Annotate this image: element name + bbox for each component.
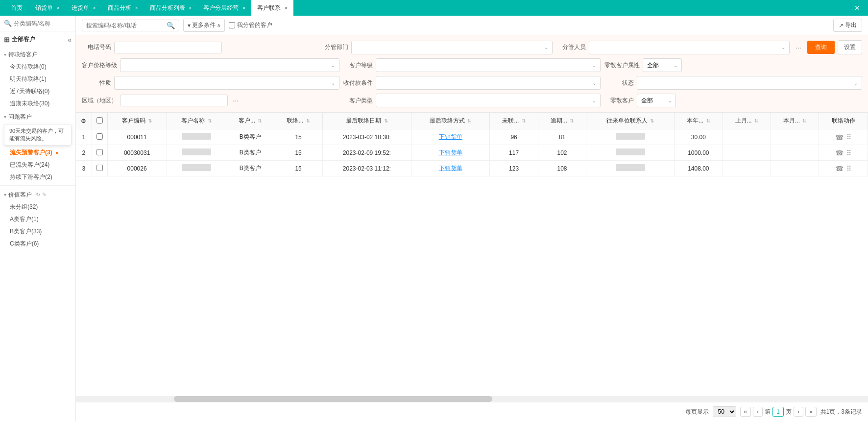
sidebar-item-today[interactable]: 今天待联络(0) bbox=[0, 61, 75, 73]
nav-tab-analysislist[interactable]: 商品分析列表 × bbox=[144, 0, 198, 16]
close-tab-customerlayer-icon[interactable]: × bbox=[242, 5, 245, 11]
filter-retail-select[interactable]: 全部 ⌄ bbox=[637, 94, 676, 107]
page-first-btn[interactable]: « bbox=[740, 407, 751, 417]
nav-tab-purchaseorder[interactable]: 进货单 × bbox=[66, 0, 102, 16]
nav-home[interactable]: 首页 bbox=[4, 4, 29, 12]
sidebar-item-7days[interactable]: 近7天待联络(0) bbox=[0, 85, 75, 98]
close-tab-purchaseorder-icon[interactable]: × bbox=[93, 5, 96, 11]
filter-zero-attr-select[interactable]: 全部 ⌄ bbox=[643, 58, 682, 72]
close-tab-analysis-icon[interactable]: × bbox=[135, 5, 138, 11]
nav-tab-analysis[interactable]: 商品分析 × bbox=[102, 0, 144, 16]
th-not-contact[interactable]: 未联... ⇅ bbox=[490, 113, 538, 129]
th-this-month[interactable]: 本月... ⇅ bbox=[771, 113, 819, 129]
more-action-icon-2[interactable]: ⠿ bbox=[846, 149, 851, 157]
th-last-month[interactable]: 上月... ⇅ bbox=[723, 113, 771, 129]
search-btn-icon[interactable]: 🔍 bbox=[167, 22, 175, 29]
setting-btn[interactable]: 设置 bbox=[838, 40, 862, 54]
contact-icon-2[interactable]: ☎ bbox=[835, 149, 844, 157]
toolbar-search-input[interactable] bbox=[86, 22, 165, 29]
link-last-method-2[interactable]: 下销货单 bbox=[439, 149, 462, 156]
link-last-method-1[interactable]: 下销货单 bbox=[439, 133, 462, 140]
filter-dots-1[interactable]: ··· bbox=[794, 44, 803, 51]
nav-tab-customercontact[interactable]: 客户联系 × bbox=[251, 0, 293, 16]
sidebar-item-declining[interactable]: 持续下滑客户(2) bbox=[0, 171, 75, 183]
close-all-icon[interactable]: ✕ bbox=[850, 4, 864, 12]
sidebar-item-class-a[interactable]: A类客户(1) bbox=[0, 213, 75, 225]
th-last-method[interactable]: 最后联络方式 ⇅ bbox=[411, 113, 489, 129]
sidebar-section-pending[interactable]: ▾ 待联络客户 bbox=[0, 48, 75, 61]
th-contact[interactable]: 联络... ⇅ bbox=[274, 113, 322, 129]
export-btn[interactable]: ↗ 导出 bbox=[833, 19, 862, 32]
sidebar-item-churn-warn[interactable]: 流失预警客户(3) ● bbox=[0, 147, 75, 159]
td-last-method-2[interactable]: 下销货单 bbox=[411, 145, 489, 161]
filter-customer-type-select[interactable]: ⌄ bbox=[376, 94, 601, 107]
sidebar-section-problem[interactable]: ▾ 问题客户 bbox=[0, 110, 75, 123]
th-last-date[interactable]: 最后联络日期 ⇅ bbox=[322, 113, 411, 129]
th-type[interactable]: 客户... ⇅ bbox=[226, 113, 274, 129]
contact-icon-3[interactable]: ☎ bbox=[835, 165, 844, 173]
th-code[interactable]: 客户编码 ⇅ bbox=[107, 113, 167, 129]
page-next-btn[interactable]: › bbox=[794, 407, 803, 417]
settings-icon[interactable]: ⚙ bbox=[81, 118, 86, 124]
filter-customer-grade-select[interactable]: ⌄ bbox=[376, 58, 601, 72]
close-tab-salesorder-icon[interactable]: × bbox=[57, 5, 60, 11]
sidebar-item-class-b[interactable]: B类客户(33) bbox=[0, 225, 75, 238]
th-this-year[interactable]: 本年... ⇅ bbox=[675, 113, 723, 129]
select-all-checkbox[interactable] bbox=[96, 117, 103, 124]
contact-icon-1[interactable]: ☎ bbox=[835, 133, 844, 141]
filter-person-select[interactable]: ⌄ bbox=[589, 41, 790, 54]
td-checkbox-1[interactable] bbox=[92, 129, 107, 145]
page-size-select[interactable]: 50 bbox=[713, 406, 736, 417]
sidebar-section-value[interactable]: ▾ 价值客户 ↻ ✎ bbox=[0, 188, 75, 201]
query-btn[interactable]: 查询 bbox=[807, 41, 835, 54]
link-last-method-3[interactable]: 下销货单 bbox=[439, 165, 462, 172]
filter-phone-input[interactable] bbox=[114, 42, 222, 53]
th-contact2[interactable]: 往来单位联系人 ⇅ bbox=[586, 113, 675, 129]
more-conditions-btn[interactable]: ▾ 更多条件 ∧ bbox=[183, 19, 225, 32]
my-customers-checkbox-label[interactable]: 我分管的客户 bbox=[229, 21, 272, 29]
sidebar-item-ungrouped[interactable]: 未分组(32) bbox=[0, 201, 75, 213]
horizontal-scrollbar[interactable] bbox=[76, 396, 868, 402]
row-checkbox-1[interactable] bbox=[96, 133, 103, 140]
nav-tab-customerlayer[interactable]: 客户分层经营 × bbox=[197, 0, 251, 16]
td-last-method-1[interactable]: 下销货单 bbox=[411, 129, 489, 145]
nav-tab-salesorder[interactable]: 销货单 × bbox=[29, 0, 66, 16]
row-checkbox-3[interactable] bbox=[96, 165, 103, 171]
collapse-icon[interactable]: « bbox=[68, 36, 72, 44]
th-action: 联络动作 bbox=[819, 113, 868, 129]
sidebar-item-churned[interactable]: 已流失客户(24) bbox=[0, 159, 75, 171]
chevron-down-icon10: ⌄ bbox=[668, 98, 672, 103]
sidebar-item-overdue[interactable]: 逾期未联络(30) bbox=[0, 98, 75, 110]
more-action-icon-3[interactable]: ⠿ bbox=[846, 165, 851, 173]
th-overdue[interactable]: 逾期... ⇅ bbox=[538, 113, 586, 129]
my-customers-checkbox[interactable] bbox=[229, 22, 235, 28]
sidebar-item-class-c[interactable]: C类客户(6) bbox=[0, 238, 75, 250]
td-last-method-3[interactable]: 下销货单 bbox=[411, 161, 489, 176]
filter-gender-select[interactable]: ⌄ bbox=[114, 76, 339, 90]
filter-price-grade-select[interactable]: ⌄ bbox=[120, 58, 339, 72]
td-not-contact-1: 96 bbox=[490, 129, 538, 145]
th-name[interactable]: 客户名称 ⇅ bbox=[167, 113, 226, 129]
close-tab-customercontact-icon[interactable]: × bbox=[285, 5, 288, 11]
row-checkbox-2[interactable] bbox=[96, 149, 103, 155]
more-action-icon-1[interactable]: ⠿ bbox=[846, 133, 851, 141]
close-tab-analysislist-icon[interactable]: × bbox=[189, 5, 192, 11]
th-checkbox[interactable] bbox=[92, 113, 107, 129]
sidebar-all-customers[interactable]: ⊞ 全部客户 « bbox=[0, 31, 75, 48]
edit-icon[interactable]: ✎ bbox=[42, 192, 47, 198]
page-prev-btn[interactable]: ‹ bbox=[753, 407, 763, 417]
filter-payment-select[interactable]: ⌄ bbox=[376, 76, 601, 90]
td-checkbox-2[interactable] bbox=[92, 145, 107, 161]
filter-dept-select[interactable]: ⌄ bbox=[351, 41, 552, 54]
th-settings[interactable]: ⚙ bbox=[76, 113, 92, 129]
td-checkbox-3[interactable] bbox=[92, 161, 107, 176]
sidebar-search-input[interactable] bbox=[14, 20, 76, 27]
page-last-btn[interactable]: » bbox=[805, 407, 817, 417]
filter-region-input[interactable] bbox=[120, 95, 228, 106]
sidebar-item-tomorrow[interactable]: 明天待联络(1) bbox=[0, 73, 75, 85]
filter-dots-2[interactable]: ··· bbox=[231, 97, 241, 104]
refresh-icon[interactable]: ↻ bbox=[36, 192, 40, 198]
filter-status-select[interactable]: ⌄ bbox=[637, 76, 862, 90]
scrollbar-thumb[interactable] bbox=[174, 396, 492, 402]
sort-icon-overdue: ⇅ bbox=[570, 118, 574, 124]
